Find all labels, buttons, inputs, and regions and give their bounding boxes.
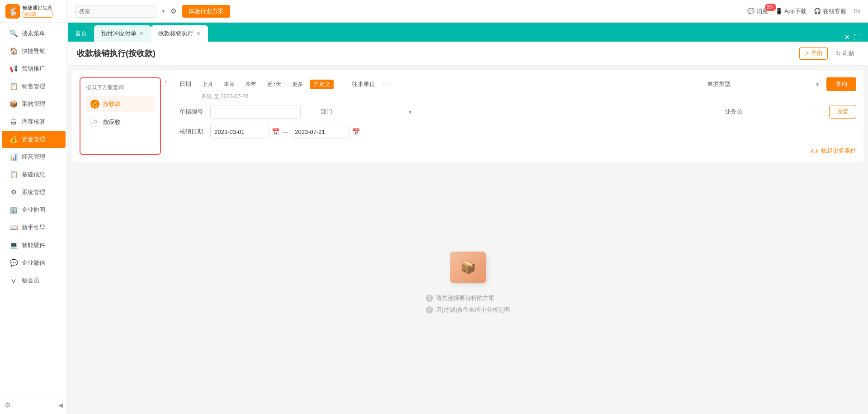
home-icon: 🏠 (9, 47, 18, 55)
tab-collection-close[interactable]: ✕ (196, 30, 201, 37)
date-quick-buttons: 上月 本月 本年 近7天 更多 自定义 (198, 80, 334, 89)
sales-icon: 📋 (9, 82, 18, 90)
hint-2-text: 用[过滤]条件来缩小分析范围 (436, 304, 509, 316)
sidebar-item-finance[interactable]: 💰 资金管理 (2, 131, 66, 148)
date-cur-month-btn[interactable]: 本月 (220, 80, 238, 89)
date-more-btn[interactable]: 更多 (288, 80, 307, 89)
filter-sidebar: 按以下方案查询 💰 按收款 ⏱ 按应收 (80, 77, 161, 155)
tab-maximize-icon[interactable]: ⛶ (854, 33, 861, 42)
verify-date-label: 核销日期 (179, 128, 203, 136)
sidebar-item-member[interactable]: V 畅会员 (2, 272, 66, 289)
staff-select[interactable]: ··· (750, 108, 822, 116)
content-area: 收款核销执行(按收款) ↗ 导出 ↻ 刷新 按以下方案查询 💰 按收款 (68, 42, 868, 414)
sidebar-label-basic: 基础信息 (22, 171, 45, 179)
verify-date-start-input[interactable] (210, 125, 269, 138)
setting-button[interactable]: 设置 (829, 105, 856, 119)
logo-name: 畅捷通好生意 (23, 5, 52, 11)
sidebar-item-basic[interactable]: 📋 基础信息 (2, 166, 66, 183)
empty-illustration: 📦 (441, 238, 495, 283)
settings-icon[interactable]: ⚙ (5, 401, 11, 409)
counterpart-select[interactable]: ··· (382, 80, 473, 88)
sidebar-item-sales[interactable]: 📋 销售管理 (2, 78, 66, 95)
verify-date-row: 核销日期 📅 — 📅 (179, 125, 856, 138)
user-name[interactable]: Rit (854, 8, 861, 14)
calendar-start-icon[interactable]: 📅 (272, 128, 279, 135)
dept-select[interactable]: ▾ (340, 109, 412, 115)
counterpart-dots[interactable]: ··· (382, 80, 391, 88)
sidebar-label-search: 搜索菜单 (22, 29, 45, 38)
tabbar: 首页 预付冲应付单 ✕ 收款核销执行 ✕ ✕ ⛶ (68, 23, 868, 42)
doc-no-input[interactable] (210, 105, 301, 119)
collapse-more-btn[interactable]: ∧∧ 收起更多条件 (179, 147, 856, 155)
date-custom-btn[interactable]: 自定义 (310, 80, 334, 89)
sidebar-label-wechat: 企业微信 (22, 259, 45, 267)
sidebar-item-quick[interactable]: 🏠 快捷导航 (2, 43, 66, 60)
marketing-icon: 📢 (9, 65, 18, 73)
empty-state: 📦 1 请先选择要分析的方案 2 用[过滤]条件来缩小分析范围 (68, 167, 868, 414)
receipt-icon: 💰 (90, 100, 99, 109)
sidebar-item-corp[interactable]: 🏢 企业协同 (2, 201, 66, 219)
logo-badge: 标准版 (23, 11, 52, 18)
page-actions: ↗ 导出 ↻ 刷新 (799, 47, 859, 60)
sidebar-item-beginner[interactable]: 📖 新手引导 (2, 219, 66, 236)
message-button[interactable]: 💬 消息 99+ (747, 7, 768, 15)
date-prev-month-btn[interactable]: 上月 (198, 80, 217, 89)
sidebar-label-corp: 企业协同 (22, 206, 45, 214)
sidebar-item-marketing[interactable]: 📢 营销推广 (2, 60, 66, 77)
sidebar-label-finance: 资金管理 (22, 135, 45, 143)
sidebar-item-system[interactable]: ⚙ 系统管理 (2, 184, 66, 201)
filter-option-by-receivable[interactable]: ⏱ 按应收 (86, 114, 155, 130)
date-filter-row: 日期 上月 本月 本年 近7天 更多 自定义 往来单位 (179, 77, 856, 91)
dept-arrow[interactable]: ▾ (409, 109, 412, 115)
date-nolimit-text: 不限 至 2023-07-26 (201, 93, 248, 100)
verify-date-end-input[interactable] (291, 125, 349, 138)
doc-type-arrow[interactable]: ▾ (816, 81, 819, 88)
sidebar-item-hardware[interactable]: 💻 智能硬件 (2, 237, 66, 254)
search-input[interactable] (75, 5, 156, 18)
sidebar-item-search[interactable]: 🔍 搜索菜单 (2, 25, 66, 42)
query-button[interactable]: 查询 (826, 77, 856, 91)
tab-prepay[interactable]: 预付冲应付单 ✕ (94, 25, 151, 42)
dept-label: 部门 (321, 108, 332, 116)
finance-icon: 💰 (9, 135, 18, 143)
filter-sidebar-title: 按以下方案查询 (86, 84, 155, 91)
empty-box: 📦 (450, 252, 486, 283)
refresh-button[interactable]: ↻ 刷新 (831, 47, 859, 60)
tab-close-window-icon[interactable]: ✕ (844, 33, 850, 42)
basic-icon: 📋 (9, 171, 18, 179)
online-service-button[interactable]: 🎧 在线客服 (814, 7, 846, 15)
export-button[interactable]: ↗ 导出 (799, 47, 828, 60)
sidebar-item-wechat[interactable]: 💬 企业微信 (2, 254, 66, 271)
doc-no-label: 单据编号 (179, 108, 203, 116)
gear-icon[interactable]: ⚙ (170, 7, 177, 15)
sidebar-item-operation[interactable]: 📊 经营管理 (2, 148, 66, 166)
tab-collection[interactable]: 收款核销执行 ✕ (151, 25, 208, 42)
page-header: 收款核销执行(按收款) ↗ 导出 ↻ 刷新 (68, 42, 868, 66)
calendar-end-icon[interactable]: 📅 (352, 128, 360, 135)
message-icon: 💬 (747, 8, 755, 14)
receivable-icon: ⏱ (90, 118, 99, 127)
filter-option-by-receipt[interactable]: 💰 按收款 (86, 96, 155, 112)
staff-dots[interactable]: ··· (813, 108, 822, 116)
tab-prepay-close[interactable]: ✕ (139, 30, 144, 37)
sidebar-collapse-icon[interactable]: ◀ (58, 402, 63, 409)
date-7days-btn[interactable]: 近7天 (264, 80, 285, 89)
empty-hint-2: 2 用[过滤]条件来缩小分析范围 (426, 304, 509, 316)
sidebar-label-purchase: 采购管理 (22, 100, 45, 108)
app-download-button[interactable]: 📱 App下载 (775, 7, 807, 15)
sidebar-label-quick: 快捷导航 (22, 47, 45, 55)
staff-label: 业务员 (725, 108, 742, 116)
sidebar-item-purchase[interactable]: 📦 采购管理 (2, 95, 66, 113)
empty-face-icon: 📦 (460, 260, 476, 275)
sidebar-item-inventory[interactable]: 🏛 库存核算 (2, 113, 66, 130)
date-cur-year-btn[interactable]: 本年 (242, 80, 260, 89)
tabbar-controls: ✕ ⛶ (844, 33, 868, 42)
filter-collapse-btn[interactable]: › (161, 77, 170, 155)
dropdown-icon[interactable]: ▾ (162, 8, 165, 14)
empty-hints: 1 请先选择要分析的方案 2 用[过滤]条件来缩小分析范围 (426, 292, 509, 316)
industry-btn[interactable]: 体验行业方案 (182, 5, 230, 18)
mobile-icon: 📱 (775, 8, 783, 14)
tab-home[interactable]: 首页 (68, 25, 94, 42)
doc-type-select[interactable]: ▾ (738, 81, 819, 88)
operation-icon: 📊 (9, 153, 18, 161)
